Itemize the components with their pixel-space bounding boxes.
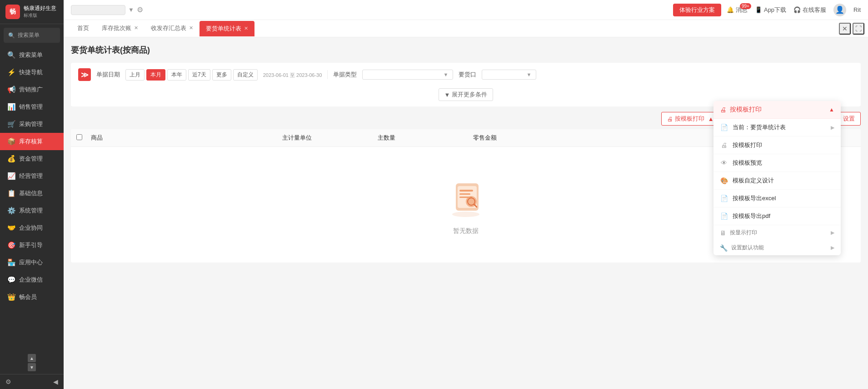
- dropdown-item-template-print[interactable]: 🖨按模板打印: [713, 136, 841, 154]
- sidebar-item-finance[interactable]: 💰资金管理: [0, 150, 64, 167]
- username-label[interactable]: Rit: [853, 6, 861, 13]
- tab-receipt-summary[interactable]: 收发存汇总表✕: [145, 20, 200, 37]
- appstore-icon: 🏪: [7, 258, 15, 267]
- tab-close-all-btn[interactable]: ✕: [839, 23, 851, 35]
- dropdown-item-template-pdf[interactable]: 📄按模板导出pdf: [713, 207, 841, 225]
- tab-close-inventory-batch[interactable]: ✕: [134, 25, 138, 31]
- app-download-btn[interactable]: 📱 App下载: [755, 6, 786, 14]
- main-area: ▼ ⚙ 体验行业方案 🔔 消息 99+ 📱 App下载 🎧 在线客服 👤 Rit: [64, 0, 868, 389]
- sidebar-item-wechat[interactable]: 💬企业微信: [0, 271, 64, 288]
- svg-point-0: [452, 212, 479, 217]
- messages-btn[interactable]: 🔔 消息 99+: [727, 6, 748, 14]
- template-excel-icon: 📄: [720, 195, 728, 202]
- date-options: 上月本月本年近7天更多自定义: [125, 69, 258, 81]
- search-menu-btn[interactable]: 🔍 搜索菜单: [4, 28, 60, 43]
- system-icon: ⚙️: [7, 207, 15, 215]
- sidebar-item-purchase[interactable]: 🛒采购管理: [0, 116, 64, 133]
- dropdown-current-template[interactable]: 📄 当前：要货单统计表 ▶: [713, 119, 841, 136]
- sidebar-item-appstore[interactable]: 🏪应用中心: [0, 254, 64, 271]
- sidebar-scroll-down[interactable]: ▼: [28, 363, 36, 371]
- tab-maximize-btn[interactable]: ⛶: [853, 23, 864, 35]
- template-design-icon: 🎨: [720, 177, 728, 184]
- dropdown-item-template-excel[interactable]: 📄按模板导出excel: [713, 190, 841, 207]
- print-template-btn[interactable]: 🖨 按模板打印 ▲: [661, 112, 720, 126]
- sidebar-label-appstore: 应用中心: [19, 258, 43, 267]
- settings-icon[interactable]: ⚙: [5, 378, 11, 385]
- online-service-label: 在线客服: [803, 6, 826, 14]
- select-all-checkbox[interactable]: [76, 134, 82, 140]
- date-btn-本年[interactable]: 本年: [167, 69, 186, 81]
- template-print-icon: 🖨: [720, 141, 728, 149]
- sidebar-label-inventory: 库存核算: [19, 137, 43, 146]
- brand-tag: 标准版: [24, 12, 56, 19]
- filter-expand-icon: ≫: [81, 71, 89, 79]
- svg-rect-4: [459, 193, 470, 195]
- tab-order-stats[interactable]: 要货单统计表✕: [200, 21, 254, 36]
- order-goods-label: 要货口: [459, 71, 476, 79]
- empty-illustration: [443, 174, 489, 220]
- display-print-label[interactable]: 🖥 按显示打印 ▶: [713, 225, 841, 240]
- date-btn-上月[interactable]: 上月: [125, 69, 145, 81]
- th-checkbox: [76, 134, 91, 141]
- trial-btn[interactable]: 体验行业方案: [673, 4, 721, 16]
- sidebar-item-system[interactable]: ⚙️系统管理: [0, 202, 64, 219]
- display-print-arrow: ▶: [831, 230, 834, 236]
- sidebar-item-operation[interactable]: 📈经营管理: [0, 167, 64, 185]
- sidebar-item-member[interactable]: 👑畅会员: [0, 288, 64, 306]
- date-btn-本月[interactable]: 本月: [146, 69, 165, 81]
- sidebar-item-collab[interactable]: 🤝企业协同: [0, 219, 64, 237]
- topbar-right: 🔔 消息 99+ 📱 App下载 🎧 在线客服 👤 Rit: [727, 4, 861, 16]
- order-goods-select[interactable]: ▼: [482, 70, 536, 80]
- th-unit: 主计量单位: [282, 134, 378, 142]
- sidebar-collapse-icon[interactable]: ◀: [53, 378, 58, 385]
- sidebar-item-sales[interactable]: 📊销售管理: [0, 98, 64, 116]
- filter-row: ≫ 单据日期 上月本月本年近7天更多自定义 2023-06-01 至 2023-…: [78, 68, 853, 81]
- tabs-controls: ✕ ⛶: [839, 23, 868, 35]
- search-menu-label: 搜索菜单: [18, 31, 40, 39]
- print-dropdown-arrow[interactable]: ▲: [708, 116, 714, 122]
- tab-inventory-batch[interactable]: 库存批次账✕: [95, 20, 145, 37]
- sidebar-item-shortcut[interactable]: ⚡快捷导航: [0, 64, 64, 81]
- tab-close-receipt-summary[interactable]: ✕: [189, 25, 193, 31]
- filter-toggle-btn[interactable]: ≫: [78, 68, 91, 81]
- current-arrow-icon: ▶: [831, 125, 834, 131]
- breadcrumb-dropdown-icon[interactable]: ▼: [128, 6, 134, 13]
- dropdown-item-template-design[interactable]: 🎨模板自定义设计: [713, 172, 841, 190]
- expand-more-btn[interactable]: ▼ 展开更多条件: [439, 88, 494, 101]
- date-btn-更多[interactable]: 更多: [212, 69, 231, 81]
- dropdown-menu: 🖨 按模板打印 ▲ 📄 当前：要货单统计表 ▶ 🖨按模板打印👁按模板预览🎨模板自…: [713, 101, 841, 255]
- brand-name: 畅康通好生意: [24, 5, 56, 12]
- topbar-gear-icon[interactable]: ⚙: [137, 5, 143, 14]
- type-filter-select[interactable]: ▼: [362, 70, 453, 80]
- tab-label-order-stats: 要货单统计表: [206, 25, 241, 33]
- avatar[interactable]: 👤: [833, 4, 846, 16]
- sidebar-item-guide[interactable]: 🎯新手引导: [0, 237, 64, 254]
- online-service-btn[interactable]: 🎧 在线客服: [793, 6, 826, 14]
- sidebar-item-basic[interactable]: 📋基础信息: [0, 185, 64, 202]
- finance-icon: 💰: [7, 155, 15, 163]
- sidebar-label-collab: 企业协同: [19, 224, 43, 232]
- tab-close-order-stats[interactable]: ✕: [244, 25, 248, 31]
- tab-label-home: 首页: [77, 24, 89, 32]
- template-print-label: 按模板打印: [733, 141, 762, 149]
- breadcrumb-input[interactable]: [71, 5, 125, 15]
- sidebar-label-sales: 销售管理: [19, 103, 43, 111]
- sidebar-scroll-up[interactable]: ▲: [28, 354, 36, 362]
- date-btn-近7天[interactable]: 近7天: [188, 69, 210, 81]
- set-default-label[interactable]: 🔧 设置默认功能 ▶: [713, 240, 841, 255]
- messages-badge: 99+: [740, 3, 751, 9]
- phone-icon: 📱: [755, 6, 762, 13]
- sidebar-item-search[interactable]: 🔍搜索菜单: [0, 46, 64, 64]
- sidebar-item-inventory[interactable]: 📦库存核算: [0, 133, 64, 150]
- dropdown-close-arrow[interactable]: ▲: [829, 106, 834, 113]
- marketing-icon: 📢: [7, 86, 15, 94]
- date-btn-自定义[interactable]: 自定义: [233, 69, 258, 81]
- sidebar-label-shortcut: 快捷导航: [19, 68, 43, 76]
- template-preview-icon: 👁: [720, 159, 728, 167]
- sidebar-item-marketing[interactable]: 📢营销推广: [0, 81, 64, 98]
- purchase-icon: 🛒: [7, 120, 15, 128]
- template-pdf-label: 按模板导出pdf: [733, 212, 770, 220]
- sidebar-label-guide: 新手引导: [19, 241, 43, 249]
- tab-home[interactable]: 首页: [71, 20, 95, 37]
- dropdown-item-template-preview[interactable]: 👁按模板预览: [713, 154, 841, 172]
